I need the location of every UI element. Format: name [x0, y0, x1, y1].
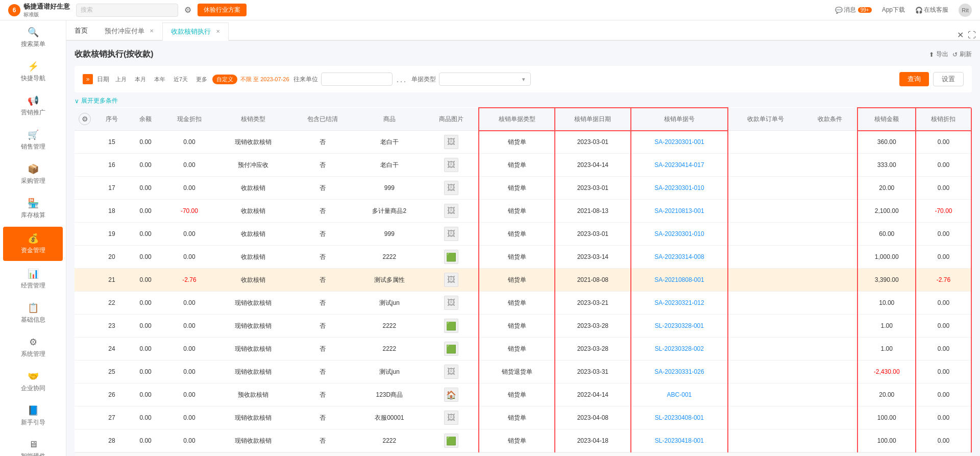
cell-verify-discount: 0.00 — [916, 177, 971, 200]
filter-expand-btn[interactable]: » — [83, 74, 93, 84]
cell-verify-type: 收款核销 — [216, 269, 290, 292]
app-download-link[interactable]: App下载 — [882, 6, 905, 14]
tab-prepay-close[interactable]: ✕ — [150, 28, 154, 34]
refresh-btn[interactable]: ↺ 刷新 — [952, 50, 972, 59]
cell-verify-bill-no[interactable]: SA-20210813-001 — [631, 200, 728, 223]
cell-verify-bill-no[interactable]: SA-20230331-026 — [631, 361, 728, 383]
cell-verify-bill-no[interactable]: SA-20230321-012 — [631, 292, 728, 315]
cell-verify-bill-no[interactable]: SL-20230328-002 — [631, 338, 728, 361]
sidebar-item-11[interactable]: 📘新手引导 — [0, 399, 66, 433]
sidebar-item-9[interactable]: ⚙系统管理 — [0, 330, 66, 365]
cell-receipt-order-no — [728, 177, 803, 200]
cell-verify-amount: 333.00 — [857, 154, 915, 177]
cell-verify-amount: 1.00 — [857, 338, 915, 361]
cell-checkbox[interactable] — [75, 361, 95, 383]
cell-verify-bill-no[interactable]: SA-20230301-010 — [631, 177, 728, 200]
cell-receipt-order-no — [728, 383, 803, 406]
setting-btn[interactable]: 设置 — [933, 72, 964, 86]
sidebar-item-10[interactable]: 🤝企业协同 — [0, 365, 66, 399]
cell-checkbox[interactable] — [75, 131, 95, 154]
cell-receipt-condition — [803, 406, 857, 429]
cell-verify-type: 现销收款核销 — [216, 429, 290, 452]
cell-seq: 19 — [95, 223, 129, 246]
expand-more-btn[interactable]: ∨ 展开更多条件 — [75, 97, 972, 105]
sidebar-item-3[interactable]: 🛒销售管理 — [0, 123, 66, 157]
cell-checkbox[interactable] — [75, 223, 95, 246]
cell-verify-bill-no[interactable]: SA-20230301-001 — [631, 131, 728, 154]
cell-verify-discount: 0.00 — [916, 223, 971, 246]
sidebar-item-12[interactable]: 🖥智能硬件 — [0, 433, 66, 456]
sidebar-item-5[interactable]: 🏪库存核算 — [0, 191, 66, 226]
date-filter: 日期 上月 本月 本年 近7天 更多 自定义 不限 至 2023-07-26 — [97, 75, 289, 84]
cell-checkbox[interactable] — [75, 338, 95, 361]
sidebar-item-2[interactable]: 📢营销推广 — [0, 89, 66, 123]
sidebar-item-8[interactable]: 📋基础信息 — [0, 296, 66, 330]
from-unit-input[interactable] — [321, 73, 393, 86]
cell-checkbox[interactable] — [75, 315, 95, 338]
cell-balance: 0.00 — [129, 383, 162, 406]
sidebar-item-1[interactable]: ⚡快捷导航 — [0, 55, 66, 89]
cell-verify-bill-date: 2023-04-18 — [555, 429, 631, 452]
tab-prepay[interactable]: 预付冲应付单 ✕ — [96, 21, 162, 40]
cell-checkbox[interactable] — [75, 177, 95, 200]
close-tab-btn[interactable]: ✕ — [957, 30, 964, 40]
cell-verify-bill-no[interactable]: SA-20230414-017 — [631, 154, 728, 177]
sidebar-item-6[interactable]: 💰资金管理 — [3, 227, 63, 261]
tab-verify-close[interactable]: ✕ — [216, 29, 220, 34]
sidebar-item-4[interactable]: 📦采购管理 — [0, 157, 66, 191]
tab-verify[interactable]: 收款核销执行 ✕ — [162, 22, 229, 41]
fullscreen-btn[interactable]: ⛶ — [968, 31, 976, 40]
top-bar-right: 💬 消息 99+ App下载 🎧 在线客服 Rit — [835, 4, 972, 17]
cell-verify-bill-no[interactable]: SA-20210808-001 — [631, 269, 728, 292]
date-btn-last-month[interactable]: 上月 — [112, 75, 130, 84]
cell-checkbox[interactable] — [75, 200, 95, 223]
cell-verify-bill-no[interactable]: ABC-001 — [631, 383, 728, 406]
search-placeholder: 搜索 — [81, 6, 93, 14]
cell-product-img: 🖼 — [424, 292, 479, 315]
cell-checkbox[interactable] — [75, 154, 95, 177]
date-btn-more[interactable]: 更多 — [193, 75, 210, 84]
query-btn[interactable]: 查询 — [899, 72, 929, 86]
cell-verify-bill-no[interactable]: SA-20230301-010 — [631, 223, 728, 246]
from-unit-filter: 往来单位 — [293, 73, 393, 86]
cell-verify-bill-no[interactable]: SL-20230408-001 — [631, 406, 728, 429]
avatar[interactable]: Rit — [959, 4, 972, 17]
cell-checkbox[interactable] — [75, 246, 95, 269]
bill-type-dropdown-arrow[interactable]: ▼ — [521, 77, 526, 82]
online-service-link[interactable]: 🎧 在线客服 — [915, 6, 948, 14]
cell-seq: 20 — [95, 246, 129, 269]
cell-seq: 21 — [95, 269, 129, 292]
table-row: 20 0.00 0.00 收款核销 否 2222 🟩 销货单 2023-03-1… — [75, 246, 971, 269]
cell-verify-bill-no[interactable]: SL-20230328-001 — [631, 315, 728, 338]
sidebar-icon-7: 📊 — [28, 268, 39, 279]
date-btn-this-year[interactable]: 本年 — [151, 75, 168, 84]
date-btn-custom[interactable]: 自定义 — [212, 75, 237, 84]
sidebar-item-7[interactable]: 📊经营管理 — [0, 262, 66, 296]
cell-checkbox[interactable] — [75, 429, 95, 452]
cell-verify-amount: 3,390.00 — [857, 269, 915, 292]
cell-product: 2222 — [355, 429, 425, 452]
date-btn-this-month[interactable]: 本月 — [132, 75, 149, 84]
col-settings[interactable]: ⚙ — [75, 108, 95, 131]
industry-btn[interactable]: 休验行业方案 — [198, 4, 247, 16]
date-btn-7days[interactable]: 近7天 — [170, 75, 191, 84]
tab-home[interactable]: 首页 — [66, 21, 96, 40]
gear-icon[interactable]: ⚙ — [184, 5, 191, 15]
cell-checkbox[interactable] — [75, 292, 95, 315]
cell-verify-type: 现销收款核销 — [216, 361, 290, 383]
export-btn[interactable]: ⬆ 导出 — [929, 50, 948, 59]
cell-verify-type: 预收款核销 — [216, 383, 290, 406]
cell-verify-amount: 60.00 — [857, 223, 915, 246]
cell-verify-bill-no[interactable]: SL-20230418-001 — [631, 429, 728, 452]
sidebar-item-0[interactable]: 🔍搜索菜单 — [0, 20, 66, 55]
app-layout: 🔍搜索菜单⚡快捷导航📢营销推广🛒销售管理📦采购管理🏪库存核算💰资金管理📊经营管理… — [0, 20, 980, 456]
message-icon[interactable]: 💬 消息 99+ — [835, 6, 872, 14]
cell-cash-discount: 0.00 — [162, 338, 216, 361]
cell-checkbox[interactable] — [75, 406, 95, 429]
cell-checkbox[interactable] — [75, 383, 95, 406]
col-verify-discount: 核销折扣 — [916, 108, 971, 131]
cell-verify-amount: 360.00 — [857, 131, 915, 154]
cell-product: 老白干 — [355, 131, 425, 154]
cell-checkbox[interactable] — [75, 269, 95, 292]
cell-verify-bill-no[interactable]: SA-20230314-008 — [631, 246, 728, 269]
